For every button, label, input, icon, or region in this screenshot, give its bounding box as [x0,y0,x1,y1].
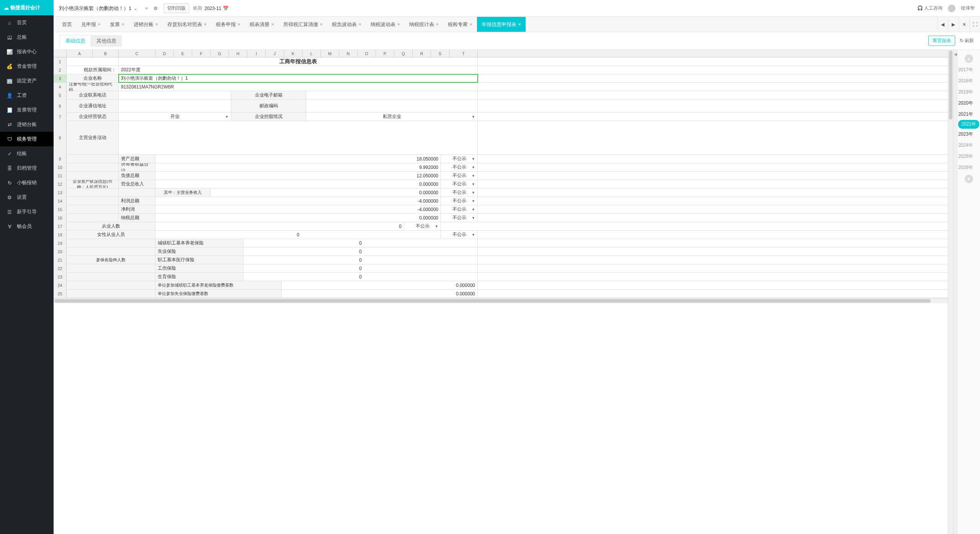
fin-value-2[interactable]: 12.050000 [155,172,441,180]
main-biz-value[interactable] [119,121,478,154]
fin-value-5[interactable]: -4.000000 [155,205,441,213]
row-header-15[interactable]: 15 [54,205,67,214]
close-icon[interactable]: ✕ [98,22,101,26]
row-header-20[interactable]: 20 [54,247,67,256]
row-header-11[interactable]: 11 [54,172,67,180]
sidebar-item-6[interactable]: 🧾发票管理 [0,103,54,117]
ins-value-1[interactable]: 0 [243,247,478,256]
row-header-21[interactable]: 21 [54,256,67,264]
sidebar-item-9[interactable]: ✓结账 [0,146,54,161]
fin-pub-2[interactable]: 不公示 [441,172,478,180]
tab-prev-button[interactable]: ◀ [937,17,948,32]
refresh-button[interactable]: ↻ 刷新 [960,38,974,44]
switch-old-button[interactable]: 切到旧版 [164,3,189,13]
subtab-other[interactable]: 其他信息 [91,35,122,47]
fin-pub-4[interactable]: 不公示 [441,197,478,205]
emp-value[interactable]: 0 [155,222,404,230]
sidebar-item-5[interactable]: 👤工资 [0,88,54,103]
tab-1[interactable]: 兑申报✕ [77,17,105,32]
reset-report-button[interactable]: 重置报表 [928,36,955,46]
base-value-0[interactable]: 0.000000 [282,281,478,289]
close-icon[interactable]: ✕ [397,22,400,26]
sidebar-item-4[interactable]: 🏢固定资产 [0,74,54,88]
fullscreen-button[interactable]: ⛶ [969,17,980,32]
fin-pub-3[interactable]: 不公示 [441,180,478,188]
ins-value-0[interactable]: 0 [243,239,478,247]
female-value[interactable]: 0 [155,231,441,239]
row-header-4[interactable]: 4 [54,83,67,91]
col-header-L[interactable]: L [302,50,321,57]
row-header-7[interactable]: 7 [54,113,67,121]
tab-5[interactable]: 税务申报✕ [211,17,245,32]
tel-value[interactable] [119,91,231,99]
sidebar-item-3[interactable]: 💰资金管理 [0,59,54,74]
close-icon[interactable]: ✕ [320,22,323,26]
tab-9[interactable]: 纳税波动表✕ [366,17,405,32]
fin-pub-1[interactable]: 不公示 [441,163,478,171]
fin-pub-6[interactable]: 不公示 [441,214,478,222]
year-down-button[interactable]: ▼ [965,175,973,183]
row-header-22[interactable]: 22 [54,264,67,273]
chevron-down-icon[interactable]: ⌄ [134,6,137,11]
period-value[interactable]: 2023-11 [204,6,221,11]
tab-8[interactable]: 税负波动表✕ [327,17,366,32]
col-header-K[interactable]: K [284,50,302,57]
col-header-A[interactable]: A [67,50,93,57]
col-header-Q[interactable]: Q [394,50,413,57]
collapse-year-handle[interactable]: ◀ [953,50,957,534]
tab-close-all-button[interactable]: ✕ [959,17,969,32]
h-scrollbar[interactable] [54,298,948,303]
row-header-14[interactable]: 14 [54,197,67,205]
addr-value[interactable] [119,100,231,112]
spreadsheet[interactable]: ABCDEFGHIJKLMNOPQRST 1工商年报信息表2税款所属期间：202… [54,50,948,534]
col-header-J[interactable]: J [266,50,284,57]
tax-period-value[interactable]: 2022年度 [119,66,478,74]
tab-12[interactable]: 年报信息申报表✕ [477,17,526,32]
close-icon[interactable]: ✕ [469,22,472,26]
ins-value-3[interactable]: 0 [243,264,478,272]
reg-value[interactable]: 91320811MA7NGR2W6R [119,83,478,91]
sidebar-item-10[interactable]: 🗄归档管理 [0,161,54,175]
row-header-25[interactable]: 25 [54,290,67,298]
gear-icon[interactable]: ⚙ [154,6,158,11]
tab-6[interactable]: 税表清册✕ [245,17,279,32]
user-name[interactable]: 徐泽华 [961,5,975,11]
row-header-6[interactable]: 6 [54,100,67,113]
sidebar-item-1[interactable]: 🕮总账 [0,30,54,44]
year-2021年[interactable]: 2021年 [958,109,979,120]
sidebar-item-7[interactable]: ⇄进销台账 [0,117,54,132]
sidebar-item-11[interactable]: ↻小畅报销 [0,175,54,190]
female-pub[interactable]: 不公示 [441,231,478,239]
col-header-S[interactable]: S [431,50,449,57]
row-header-19[interactable]: 19 [54,239,67,247]
row-header-13[interactable]: 13 [54,188,67,197]
fin-value-0[interactable]: 18.050000 [155,155,441,163]
sidebar-item-8[interactable]: 🛡税务管理 [0,132,54,146]
postal-value[interactable] [306,100,478,112]
subtab-basic[interactable]: 基础信息 [60,35,91,47]
close-icon[interactable]: ✕ [155,22,158,26]
row-header-12[interactable]: 12 [54,180,67,188]
fin-value-3[interactable]: 0.000000 [155,180,441,188]
row-header-23[interactable]: 23 [54,273,67,281]
account-selector[interactable]: 刘小艳演示账套（勿删勿动！）1 [59,5,131,12]
v-scrollbar[interactable] [948,50,953,534]
year-up-button[interactable]: ▲ [965,54,973,63]
tab-0[interactable]: 首页 [57,17,77,32]
year-2020年[interactable]: 2020年 [958,98,979,109]
col-header-G[interactable]: G [211,50,229,57]
row-header-1[interactable]: 1 [54,57,67,66]
sidebar-item-13[interactable]: ☰新手引导 [0,205,54,219]
col-header-F[interactable]: F [192,50,211,57]
col-header-R[interactable]: R [413,50,431,57]
tab-3[interactable]: 进销台账✕ [129,17,163,32]
sheet-corner[interactable] [54,50,67,57]
close-icon[interactable]: ✕ [121,22,124,26]
col-header-H[interactable]: H [229,50,247,57]
sidebar-item-2[interactable]: 📊报表中心 [0,44,54,59]
holding-select[interactable]: 私营企业 [306,113,478,121]
status-select[interactable]: 开业 [119,113,231,121]
tab-2[interactable]: 发票✕ [105,17,129,32]
fin-pub-5[interactable]: 不公示 [441,205,478,213]
col-header-B[interactable]: B [93,50,119,57]
